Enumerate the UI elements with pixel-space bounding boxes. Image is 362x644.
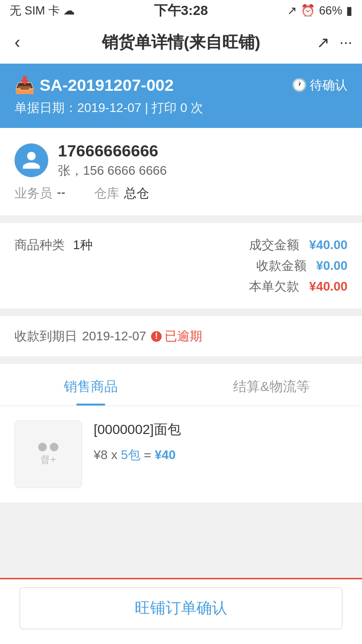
received-amount-row: 收款金额 ¥0.00 xyxy=(256,257,348,274)
customer-avatar xyxy=(14,143,48,177)
logo-eyes xyxy=(38,443,58,451)
customer-phone: 17666666666 xyxy=(58,141,167,160)
alarm-icon: ⏰ xyxy=(301,4,315,17)
clock-icon: 🕐 xyxy=(292,78,307,93)
order-status: 🕐 待确认 xyxy=(292,77,348,94)
unit-price: ¥8 x xyxy=(94,448,121,462)
battery-icon: ▮ xyxy=(346,4,352,17)
user-icon xyxy=(21,150,42,171)
customer-meta: 业务员 -- 仓库 总仓 xyxy=(14,185,348,202)
nav-actions: ↗ ··· xyxy=(317,33,352,52)
location-icon: ↗ xyxy=(287,4,297,17)
customer-section: 17666666666 张，156 6666 6666 业务员 -- 仓库 总仓 xyxy=(0,128,362,215)
back-button[interactable]: ‹ xyxy=(10,28,25,57)
sim-status: 无 SIM 卡 ☁ xyxy=(10,3,75,18)
order-id: 📥 SA-20191207-002 xyxy=(14,75,174,95)
product-item: 督+ [0000002]面包 ¥8 x 5包 = ¥40 xyxy=(0,406,362,503)
deal-amount-label: 成交金额 xyxy=(249,237,299,253)
deal-amount-row: 成交金额 ¥40.00 xyxy=(249,237,348,253)
product-list: 督+ [0000002]面包 ¥8 x 5包 = ¥40 xyxy=(0,406,362,503)
product-type-area: 商品种类 1种 xyxy=(14,237,93,295)
order-id-text: SA-20191207-002 xyxy=(40,76,174,95)
overdue-badge: ! 已逾期 xyxy=(151,328,202,345)
confirm-order-button[interactable]: 旺铺订单确认 xyxy=(19,587,343,630)
logo-plus: 督+ xyxy=(41,453,56,466)
debt-amount-label: 本单欠款 xyxy=(249,278,299,295)
debt-amount-row: 本单欠款 ¥40.00 xyxy=(249,278,348,295)
product-qty: 5包 xyxy=(121,448,140,462)
received-amount-value: ¥0.00 xyxy=(316,258,348,273)
due-date-section: 收款到期日 2019-12-07 ! 已逾期 xyxy=(0,316,362,356)
warehouse-item: 仓库 总仓 xyxy=(94,185,149,202)
equals-sign: = xyxy=(140,448,155,462)
due-date-value: 2019-12-07 xyxy=(82,329,146,344)
product-name: [0000002]面包 xyxy=(94,420,348,439)
nav-bar: ‹ 销货单详情(来自旺铺) ↗ ··· xyxy=(0,21,362,64)
order-icon: 📥 xyxy=(14,75,35,95)
salesperson-item: 业务员 -- xyxy=(14,185,65,202)
status-bar: 无 SIM 卡 ☁ 下午3:28 ↗ ⏰ 66% ▮ xyxy=(0,0,362,21)
overdue-text: 已逾期 xyxy=(165,328,202,345)
customer-name: 张，156 6666 6666 xyxy=(58,162,167,179)
status-time: 下午3:28 xyxy=(154,1,208,20)
amount-summary: 成交金额 ¥40.00 收款金额 ¥0.00 本单欠款 ¥40.00 xyxy=(249,237,348,295)
received-amount-label: 收款金额 xyxy=(256,257,306,274)
order-date: 单据日期：2019-12-07 | 打印 0 次 xyxy=(14,99,348,116)
debt-amount-value: ¥40.00 xyxy=(309,279,348,294)
share-icon[interactable]: ↗ xyxy=(317,33,330,52)
customer-info: 17666666666 张，156 6666 6666 xyxy=(58,141,167,179)
summary-section: 商品种类 1种 成交金额 ¥40.00 收款金额 ¥0.00 本单欠款 ¥40.… xyxy=(0,223,362,308)
order-status-text: 待确认 xyxy=(310,77,348,94)
logo-eye-left xyxy=(38,443,47,451)
overdue-icon: ! xyxy=(151,331,162,342)
salesperson-value: -- xyxy=(57,185,65,202)
battery-status: 66% xyxy=(319,4,342,17)
order-header-card: 📥 SA-20191207-002 🕐 待确认 单据日期：2019-12-07 … xyxy=(0,64,362,128)
due-date-label: 收款到期日 xyxy=(14,328,77,345)
page-title: 销货单详情(来自旺铺) xyxy=(102,31,261,54)
salesperson-label: 业务员 xyxy=(14,185,52,202)
product-image: 督+ xyxy=(14,420,82,488)
product-total: ¥40 xyxy=(154,448,175,462)
product-info: [0000002]面包 ¥8 x 5包 = ¥40 xyxy=(94,420,348,463)
product-type-value: 1种 xyxy=(73,238,92,252)
customer-row: 17666666666 张，156 6666 6666 xyxy=(14,141,348,179)
deal-amount-value: ¥40.00 xyxy=(309,238,348,252)
bottom-bar: 旺铺订单确认 xyxy=(0,578,362,644)
warehouse-value: 总仓 xyxy=(124,185,149,202)
product-type-label: 商品种类 xyxy=(14,238,65,252)
status-left: 无 SIM 卡 ☁ xyxy=(10,3,75,18)
header-top: 📥 SA-20191207-002 🕐 待确认 xyxy=(14,75,348,95)
warehouse-label: 仓库 xyxy=(94,185,119,202)
product-tabs: 销售商品 结算&物流等 xyxy=(0,364,362,406)
logo-eye-right xyxy=(50,443,58,451)
tab-settlement[interactable]: 结算&物流等 xyxy=(181,364,362,406)
more-icon[interactable]: ··· xyxy=(339,33,352,51)
status-right: ↗ ⏰ 66% ▮ xyxy=(287,4,352,17)
product-logo: 督+ xyxy=(38,443,58,466)
product-price: ¥8 x 5包 = ¥40 xyxy=(94,447,348,463)
tab-products[interactable]: 销售商品 xyxy=(0,364,181,406)
